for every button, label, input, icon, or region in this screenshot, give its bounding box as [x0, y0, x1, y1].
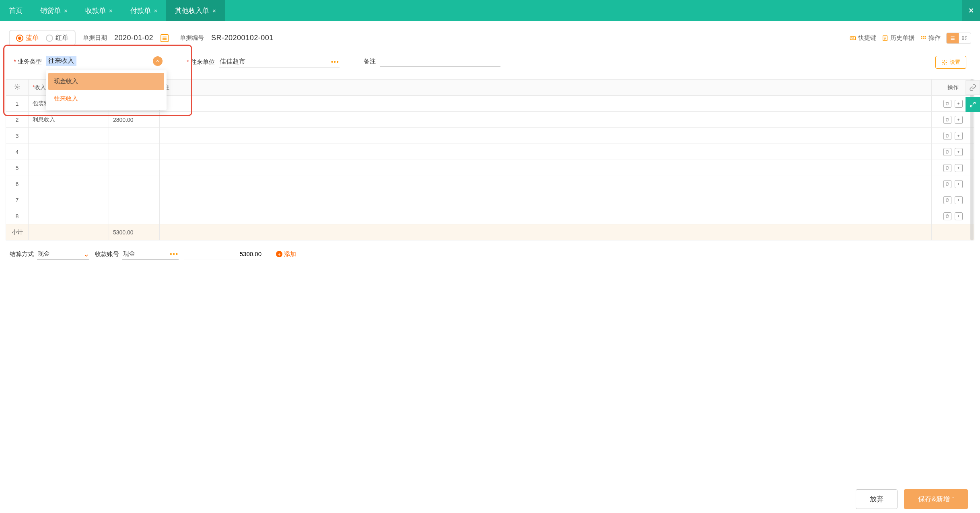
plus-square-icon [956, 198, 961, 202]
add-row-button[interactable] [955, 148, 963, 156]
tab-sales[interactable]: 销货单× [31, 0, 76, 21]
trash-icon [945, 133, 949, 138]
row-category[interactable] [29, 160, 109, 176]
pay-amount-field [184, 249, 262, 259]
account-picker-button[interactable]: ••• [170, 250, 179, 257]
row-amount[interactable] [109, 176, 160, 192]
svg-point-11 [16, 86, 18, 88]
radio-blue-bill[interactable]: 蓝单 [16, 34, 39, 42]
settle-method-label: 结算方式 [10, 250, 34, 258]
row-remark[interactable] [160, 208, 932, 224]
operate-button[interactable]: 操作 [920, 34, 941, 42]
delete-row-button[interactable] [943, 180, 951, 188]
add-row-button[interactable] [955, 212, 963, 220]
settle-method-value[interactable]: 现金 [37, 248, 83, 259]
delete-row-button[interactable] [943, 132, 951, 140]
party-field: *往来单位 佳佳超市 ••• [187, 56, 340, 68]
row-remark[interactable] [160, 128, 932, 144]
expand-button[interactable] [966, 97, 980, 112]
plus-square-icon [956, 214, 961, 218]
row-category[interactable]: 利息收入 [29, 112, 109, 128]
calendar-icon[interactable] [161, 34, 169, 42]
col-remark: 注 [160, 80, 932, 96]
add-row-button[interactable] [955, 132, 963, 140]
delete-row-button[interactable] [943, 196, 951, 204]
row-index: 1 [6, 96, 29, 112]
close-all-button[interactable] [962, 0, 980, 21]
close-icon[interactable]: × [64, 7, 68, 14]
party-input[interactable]: 佳佳超市 [219, 56, 331, 68]
row-category[interactable] [29, 176, 109, 192]
remark-field: 备注 [364, 56, 500, 67]
row-amount[interactable] [109, 144, 160, 160]
biz-type-toggle[interactable] [153, 56, 163, 66]
row-category[interactable] [29, 192, 109, 208]
svg-rect-5 [921, 37, 922, 39]
attachment-button[interactable] [966, 80, 980, 95]
chevron-down-icon[interactable]: ⌄ [83, 250, 89, 259]
add-row-button[interactable] [955, 164, 963, 172]
col-settings[interactable] [6, 80, 29, 96]
row-ops [932, 112, 974, 128]
delete-row-button[interactable] [943, 148, 951, 156]
bill-no-label: 单据编号 [180, 34, 204, 42]
radio-red-bill[interactable]: 红单 [46, 34, 68, 42]
tab-receipt[interactable]: 收款单× [76, 0, 121, 21]
party-picker-button[interactable]: ••• [331, 59, 340, 65]
add-row-button[interactable] [955, 116, 963, 124]
add-row-button[interactable] [955, 100, 963, 108]
date-value[interactable]: 2020-01-02 [114, 34, 153, 42]
pay-amount-input[interactable] [184, 249, 262, 259]
tab-home[interactable]: 首页 [0, 0, 31, 21]
main-content: 蓝单 红单 单据日期 2020-01-02 单据编号 SR-20200102-0… [0, 21, 980, 304]
row-remark[interactable] [160, 176, 932, 192]
close-icon[interactable]: × [109, 7, 113, 14]
history-button[interactable]: 历史单据 [882, 34, 914, 42]
add-row-button[interactable] [955, 180, 963, 188]
svg-rect-4 [924, 36, 926, 37]
svg-rect-0 [850, 37, 855, 40]
add-payment-button[interactable]: + 添加 [276, 250, 296, 258]
delete-row-button[interactable] [943, 100, 951, 108]
dropdown-option-credit[interactable]: 往来收入 [48, 90, 164, 107]
subtotal-amount: 5300.00 [109, 224, 160, 240]
row-remark[interactable] [160, 112, 932, 128]
biz-type-input[interactable]: 往来收入 [46, 56, 76, 66]
svg-point-10 [944, 62, 945, 63]
row-remark[interactable] [160, 192, 932, 208]
expand-icon [969, 101, 976, 108]
close-icon[interactable]: × [212, 7, 216, 14]
delete-row-button[interactable] [943, 212, 951, 220]
add-row-button[interactable] [955, 196, 963, 204]
row-amount[interactable]: 2800.00 [109, 112, 160, 128]
view-list-button[interactable] [947, 33, 959, 43]
row-category[interactable] [29, 128, 109, 144]
close-icon[interactable]: × [154, 7, 158, 14]
row-category[interactable] [29, 144, 109, 160]
tab-other-income[interactable]: 其他收入单× [166, 0, 225, 21]
biz-type-field: *业务类型 往来收入 现金收入 往来收入 [14, 56, 163, 67]
row-amount[interactable] [109, 192, 160, 208]
row-amount[interactable] [109, 160, 160, 176]
table-row: 6 [6, 176, 974, 192]
settings-button[interactable]: 设置 [935, 56, 966, 69]
delete-row-button[interactable] [943, 164, 951, 172]
remark-input[interactable] [380, 56, 500, 67]
row-remark[interactable] [160, 96, 932, 112]
row-amount[interactable] [109, 128, 160, 144]
delete-row-button[interactable] [943, 116, 951, 124]
tab-payment[interactable]: 付款单× [121, 0, 167, 21]
row-remark[interactable] [160, 144, 932, 160]
settle-method-field: 结算方式 现金 ⌄ [10, 248, 89, 260]
table-row: 2利息收入2800.00 [6, 112, 974, 128]
account-value[interactable]: 现金 [122, 248, 170, 259]
trash-icon [945, 166, 949, 170]
row-index: 3 [6, 128, 29, 144]
row-amount[interactable] [109, 208, 160, 224]
shortcut-button[interactable]: 快捷键 [850, 34, 876, 42]
row-remark[interactable] [160, 160, 932, 176]
dropdown-option-cash[interactable]: 现金收入 [48, 73, 164, 90]
svg-rect-6 [923, 37, 924, 39]
view-detail-button[interactable] [959, 33, 971, 43]
row-category[interactable] [29, 208, 109, 224]
